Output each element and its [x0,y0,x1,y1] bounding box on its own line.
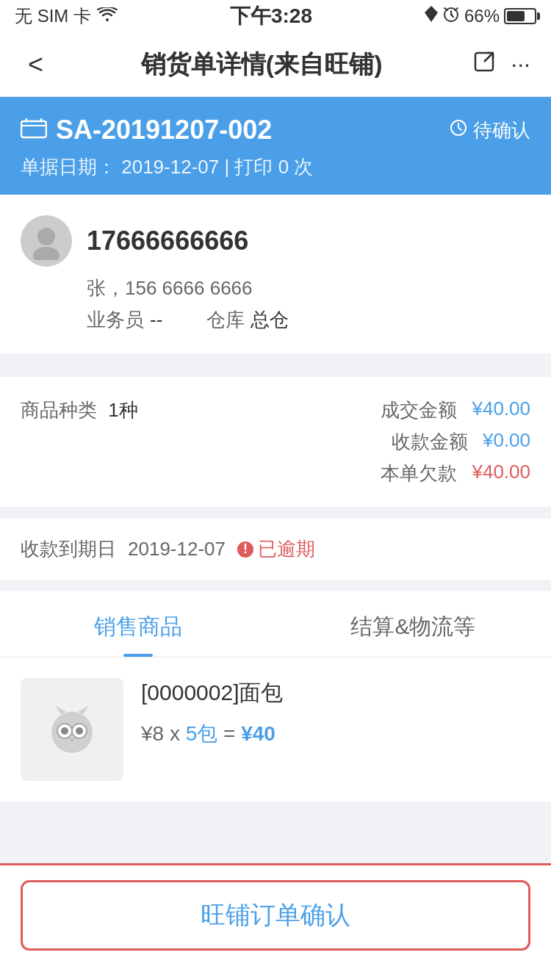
product-total: ¥40 [241,722,276,745]
order-id-row: SA-20191207-002 待确认 [21,115,530,145]
alarm-icon [442,5,460,27]
transaction-amount-label: 成交金额 [381,397,457,423]
clock-icon [450,119,467,142]
customer-name: 张，156 6666 6666 [21,275,530,301]
summary-section: 商品种类 1种 成交金额 ¥40.00 收款金额 ¥0.00 本单欠款 ¥40.… [0,377,551,507]
order-id-icon [21,115,47,145]
product-qty: 5包 [186,722,218,745]
order-id: SA-20191207-002 [21,115,272,145]
customer-meta: 业务员 -- 仓库 总仓 [21,307,530,333]
overdue-badge: ! 已逾期 [237,536,315,562]
order-header: SA-20191207-002 待确认 单据日期： 2019-12-07 | 打… [0,97,551,195]
received-amount-label: 收款金额 [392,429,468,455]
confirm-btn-wrapper: 旺铺订单确认 [0,863,551,980]
price-unit: ¥8 [141,722,164,745]
location-icon [425,6,438,26]
share-icon[interactable] [472,50,496,79]
product-type: 商品种类 1种 [21,397,138,423]
due-date-value: 2019-12-07 [128,538,226,561]
status-time: 下午3:28 [230,2,312,30]
order-status: 待确认 [450,118,530,143]
status-right: 66% [425,5,536,27]
sales-meta: 业务员 -- [87,307,162,333]
customer-row: 17666666666 [21,215,530,267]
svg-point-10 [76,727,83,735]
status-left: 无 SIM 卡 [15,4,118,28]
more-icon[interactable]: ··· [511,51,530,78]
tabs: 销售商品 结算&物流等 [0,591,551,657]
svg-rect-2 [21,121,46,137]
carrier-label: 无 SIM 卡 [15,4,91,28]
customer-phone: 17666666666 [87,226,248,256]
product-count: 1种 [108,399,137,421]
sales-label: 业务员 [87,307,144,333]
avatar [21,215,72,267]
overdue-text: 已逾期 [258,536,315,562]
svg-point-9 [61,727,68,735]
received-amount: 收款金额 ¥0.00 [392,429,530,455]
battery-icon [504,8,536,24]
nav-actions: ··· [472,50,530,79]
sales-value: -- [150,309,162,331]
warehouse-label: 仓库 [206,307,245,333]
nav-bar: < 销货单详情(来自旺铺) ··· [0,32,551,97]
product-thumbnail: 野+ [21,678,123,781]
multiply-sign: x [170,722,186,745]
svg-point-5 [33,247,60,260]
tab-settlement[interactable]: 结算&物流等 [276,591,551,657]
battery-percentage: 66% [464,6,500,26]
product-section: 野+ [0000002]面包 ¥8 x 5包 = ¥40 [0,657,551,801]
svg-point-4 [37,228,55,245]
customer-section: 17666666666 张，156 6666 6666 业务员 -- 仓库 总仓 [0,195,551,353]
section-divider-3 [0,580,551,591]
tab-sales-product[interactable]: 销售商品 [0,591,276,657]
owed-amount-value: ¥40.00 [472,461,530,486]
due-section: 收款到期日 2019-12-07 ! 已逾期 [0,519,551,580]
transaction-amount: 成交金额 ¥40.00 [381,397,530,423]
back-button[interactable]: < [21,42,51,87]
confirm-order-button[interactable]: 旺铺订单确认 [21,880,530,951]
product-info: [0000002]面包 ¥8 x 5包 = ¥40 [141,678,530,781]
transaction-amount-value: ¥40.00 [472,397,530,423]
section-divider-1 [0,365,551,377]
owed-amount: 本单欠款 ¥40.00 [381,461,530,486]
owed-amount-label: 本单欠款 [381,461,457,486]
product-name: [0000002]面包 [141,678,530,708]
summary-right: 成交金额 ¥40.00 收款金额 ¥0.00 本单欠款 ¥40.00 [381,397,530,486]
overdue-icon: ! [237,541,253,558]
warehouse-value: 总仓 [251,307,289,333]
section-divider-2 [0,507,551,519]
status-bar: 无 SIM 卡 下午3:28 66% [0,0,551,32]
product-price: ¥8 x 5包 = ¥40 [141,720,530,748]
warehouse-meta: 仓库 总仓 [206,307,289,333]
due-label: 收款到期日 [21,536,116,562]
wifi-icon [97,6,118,26]
order-date: 单据日期： 2019-12-07 | 打印 0 次 [21,154,530,180]
page-title: 销货单详情(来自旺铺) [141,48,383,82]
received-amount-value: ¥0.00 [483,429,530,455]
equals-sign: = [223,722,241,745]
